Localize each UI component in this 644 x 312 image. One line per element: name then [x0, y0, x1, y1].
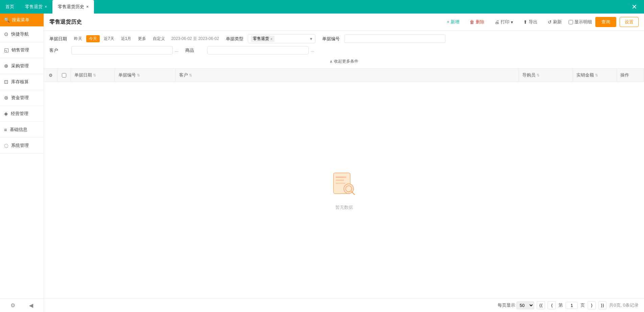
svg-rect-3: [335, 182, 345, 184]
th-op: 操作: [617, 69, 644, 82]
sidebar-item-finance-label: 资金管理: [11, 95, 29, 101]
sidebar-item-finance[interactable]: ⊛ 资金管理: [0, 90, 44, 106]
add-button[interactable]: + 新增: [444, 17, 463, 27]
goods-filter-input[interactable]: [207, 46, 309, 54]
th-guide-sort-icon[interactable]: ⇅: [536, 73, 540, 77]
date-btn-today[interactable]: 今天: [86, 35, 100, 42]
sidebar: 🔍 搜索菜单 ⊙ 快捷导航 ◱ 销售管理 ⊕ 采购管理 ⊡ 库存核算 ⊛ 资金管: [0, 14, 44, 312]
th-checkbox[interactable]: [57, 69, 71, 82]
quick-nav-icon: ⊙: [4, 31, 8, 37]
add-button-label: + 新增: [447, 19, 459, 25]
sales-mgmt-icon: ◱: [4, 47, 9, 53]
delete-button-label: 删除: [476, 19, 484, 25]
query-button[interactable]: 查询: [595, 17, 616, 27]
empty-text: 暂无数据: [335, 204, 353, 210]
tab-retail-return-history-label: 零售退货历史: [58, 4, 84, 10]
topbar-tabs: 首页 零售退货 × 零售退货历史 ×: [0, 0, 629, 14]
page-unit-label: 页: [580, 302, 585, 308]
th-date: 单据日期 ⇅: [71, 69, 115, 82]
pagination: 每页显示 10 20 50 100 ⟨⟨ ⟨ 第 页 ⟩ ⟩⟩ 共0页, 0条记…: [44, 298, 644, 312]
window-close-button[interactable]: ✕: [629, 3, 640, 11]
sidebar-item-inventory[interactable]: ⊡ 库存核算: [0, 74, 44, 90]
th-customer: 客户 ⇅: [176, 69, 519, 82]
customer-filter-dots: ...: [175, 48, 178, 53]
sidebar-item-basic-info[interactable]: ≡ 基础信息: [0, 122, 44, 138]
tab-home[interactable]: 首页: [0, 0, 20, 14]
refresh-button-label: 刷新: [553, 19, 562, 25]
delete-button[interactable]: 🗑 删除: [466, 17, 488, 27]
sidebar-item-sales-mgmt[interactable]: ◱ 销售管理: [0, 42, 44, 58]
date-btn-custom[interactable]: 自定义: [150, 35, 168, 42]
show-detail-toggle[interactable]: 显示明细: [569, 19, 592, 25]
tab-retail-return-history[interactable]: 零售退货历史 ×: [52, 0, 94, 14]
th-customer-sort-icon[interactable]: ⇅: [189, 73, 192, 77]
settings-button[interactable]: 设置: [620, 17, 639, 27]
collapse-icon: ∧: [330, 59, 333, 64]
sidebar-item-purchase-mgmt[interactable]: ⊕ 采购管理: [0, 58, 44, 74]
page-di-label: 第: [558, 302, 563, 308]
customer-filter-input[interactable]: [71, 46, 173, 54]
prev-page-button[interactable]: ⟨: [548, 301, 556, 309]
purchase-mgmt-icon: ⊕: [4, 63, 8, 69]
collapse-row: ∧ 收起更多条件: [49, 57, 639, 66]
th-guide-label: 导购员: [522, 72, 535, 78]
th-amount-sort-icon[interactable]: ⇅: [595, 73, 598, 77]
type-filter-tag-close[interactable]: ×: [270, 37, 272, 41]
search-icon: 🔍: [4, 17, 10, 23]
topbar-right: ✕: [629, 3, 644, 11]
export-button[interactable]: ⬆ 导出: [520, 17, 541, 27]
date-btn-7days[interactable]: 近7天: [101, 35, 117, 42]
refresh-button[interactable]: ↺ 刷新: [544, 17, 565, 27]
export-icon: ⬆: [523, 19, 527, 25]
sidebar-item-system-mgmt[interactable]: ◌ 系统管理: [0, 138, 44, 154]
print-button[interactable]: 🖨 打印 ▾: [491, 17, 517, 27]
docno-filter-group: 单据编号: [322, 35, 446, 43]
finance-icon: ⊛: [4, 95, 8, 101]
date-btn-yesterday[interactable]: 昨天: [71, 35, 85, 42]
th-date-sort-icon[interactable]: ⇅: [93, 73, 96, 77]
collapse-sidebar-icon[interactable]: ◀: [29, 302, 33, 309]
th-settings[interactable]: ⚙: [44, 69, 57, 82]
first-page-button[interactable]: ⟨⟨: [537, 301, 545, 309]
svg-rect-2: [335, 179, 344, 181]
settings-bottom-icon[interactable]: ⚙: [10, 302, 15, 309]
sidebar-item-quick-nav[interactable]: ⊙ 快捷导航: [0, 26, 44, 42]
date-range-display: 2023-06-02 至 2023-06-02: [171, 36, 219, 42]
select-all-checkbox[interactable]: [62, 73, 66, 77]
docno-filter-input[interactable]: [344, 35, 446, 43]
refresh-icon: ↺: [548, 19, 552, 25]
sidebar-nav: ⊙ 快捷导航 ◱ 销售管理 ⊕ 采购管理 ⊡ 库存核算 ⊛ 资金管理 ◈ 经营管…: [0, 26, 44, 298]
sidebar-search[interactable]: 🔍 搜索菜单: [0, 14, 44, 26]
print-button-label: 打印: [501, 19, 509, 25]
next-page-button[interactable]: ⟩: [588, 301, 596, 309]
type-filter-label: 单据类型: [226, 36, 244, 42]
th-docno-sort-icon[interactable]: ⇅: [137, 73, 140, 77]
show-detail-checkbox[interactable]: [569, 20, 573, 24]
page-input[interactable]: [566, 302, 578, 309]
type-filter-tag: 零售退货 ×: [251, 36, 275, 42]
page-size-select[interactable]: 10 20 50 100: [517, 302, 534, 309]
sidebar-search-label: 搜索菜单: [12, 17, 29, 23]
per-page-select: 每页显示 10 20 50 100: [498, 302, 534, 309]
filter-row-2: 客户 ... 商品 ...: [49, 46, 639, 54]
th-amount: 实销金额 ⇅: [573, 69, 617, 82]
tab-retail-return[interactable]: 零售退货 ×: [20, 0, 52, 14]
goods-filter-group: 商品 ...: [185, 46, 314, 54]
tab-home-label: 首页: [5, 4, 14, 10]
sidebar-item-operation[interactable]: ◈ 经营管理: [0, 106, 44, 122]
svg-line-6: [352, 192, 354, 194]
settings-button-label: 设置: [625, 19, 634, 24]
sidebar-bottom: ⚙ ◀: [0, 298, 44, 312]
type-filter-select[interactable]: 零售退货 × ▾: [248, 34, 315, 43]
th-op-label: 操作: [620, 72, 629, 78]
type-filter-arrow: ▾: [310, 36, 312, 41]
date-btn-more[interactable]: 更多: [135, 35, 149, 42]
date-btn-1month[interactable]: 近1月: [118, 35, 134, 42]
collapse-button[interactable]: ∧ 收起更多条件: [330, 59, 358, 64]
svg-rect-1: [335, 176, 346, 178]
last-page-button[interactable]: ⟩⟩: [598, 301, 606, 309]
table-body: 暂无数据: [44, 82, 644, 298]
goods-filter-label: 商品: [185, 47, 204, 53]
tab-retail-return-history-close[interactable]: ×: [86, 4, 89, 9]
tab-retail-return-close[interactable]: ×: [45, 4, 47, 9]
